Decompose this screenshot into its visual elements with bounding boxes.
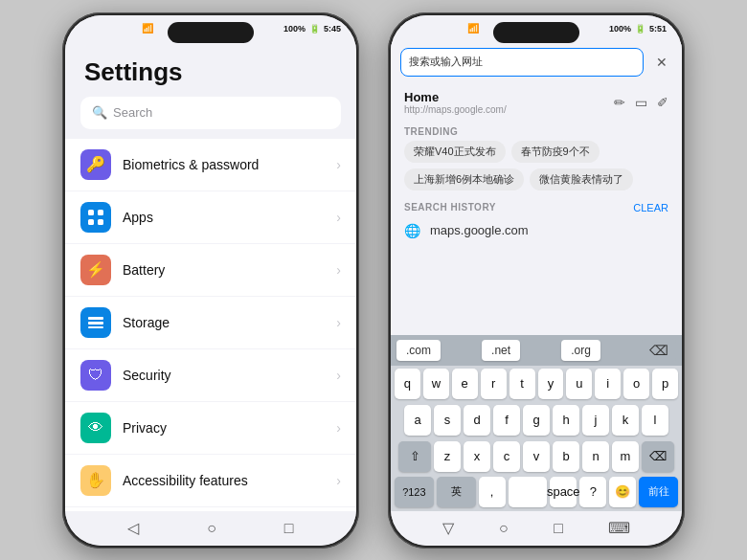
keyboard-delete-icon[interactable]: ⌫ xyxy=(642,339,676,362)
num-key[interactable]: ?123 xyxy=(395,477,434,507)
trending-chip-2[interactable]: 上海新增6例本地确诊 xyxy=(404,168,524,190)
settings-item-storage[interactable]: Storage › xyxy=(65,297,356,348)
chevron-icon: › xyxy=(336,157,341,172)
key-f[interactable]: f xyxy=(493,405,520,436)
svg-rect-3 xyxy=(98,219,103,225)
battery-label: Battery xyxy=(123,262,325,278)
settings-item-apps[interactable]: Apps › xyxy=(65,191,356,243)
home-copy-icon[interactable]: ▭ xyxy=(635,95,647,110)
shortcut-org[interactable]: .org xyxy=(561,340,600,361)
accessibility-icon: ✋ xyxy=(80,465,111,496)
svg-rect-2 xyxy=(88,219,94,225)
key-c[interactable]: c xyxy=(493,441,520,472)
key-p[interactable]: p xyxy=(652,369,678,399)
url-input[interactable]: 搜索或输入网址 xyxy=(400,48,644,77)
settings-list: 🔑 Biometrics & password › Apps › xyxy=(65,139,356,511)
notch xyxy=(168,22,254,43)
recents-button[interactable]: □ xyxy=(284,520,294,537)
apps-icon xyxy=(80,202,111,233)
clear-button[interactable]: CLEAR xyxy=(633,202,668,213)
svg-rect-0 xyxy=(88,210,94,215)
shortcut-net[interactable]: .net xyxy=(482,340,520,361)
home-button-b[interactable]: ○ xyxy=(499,520,509,537)
recents-button-b[interactable]: □ xyxy=(554,520,563,537)
emoji-key[interactable]: 😊 xyxy=(609,477,636,507)
trending-chip-1[interactable]: 春节防疫9个不 xyxy=(511,141,600,163)
svg-rect-5 xyxy=(88,322,103,325)
status-right-b: 100% 🔋 5:51 xyxy=(609,24,667,34)
back-button[interactable]: ◁ xyxy=(127,519,139,537)
privacy-label: Privacy xyxy=(123,420,325,436)
shortcut-com[interactable]: .com xyxy=(396,340,441,361)
search-placeholder: Search xyxy=(113,105,152,120)
shift-key[interactable]: ⇧ xyxy=(398,441,431,472)
key-u[interactable]: u xyxy=(566,369,592,399)
chevron-icon: › xyxy=(336,210,341,225)
trending-chip-3[interactable]: 微信黄脸表情动了 xyxy=(530,168,633,190)
key-n[interactable]: n xyxy=(582,441,609,472)
trending-chip-0[interactable]: 荣耀V40正式发布 xyxy=(404,141,506,163)
key-a[interactable]: a xyxy=(404,405,431,436)
settings-item-battery[interactable]: ⚡ Battery › xyxy=(65,244,356,296)
storage-label: Storage xyxy=(123,315,325,330)
keyboard-button-b[interactable]: ⌨ xyxy=(608,519,630,537)
question-key[interactable]: ? xyxy=(579,477,606,507)
key-e[interactable]: e xyxy=(452,369,478,399)
key-m[interactable]: m xyxy=(612,441,639,472)
trending-chips: 荣耀V40正式发布 春节防疫9个不 上海新增6例本地确诊 微信黄脸表情动了 xyxy=(391,141,682,196)
key-i[interactable]: i xyxy=(595,369,621,399)
notch-browser xyxy=(493,22,579,43)
back-button-b[interactable]: ▽ xyxy=(442,519,454,537)
settings-item-security[interactable]: 🛡 Security › xyxy=(65,349,356,401)
key-b[interactable]: b xyxy=(553,441,579,472)
browser-screen: 搜索或输入网址 ✕ Home http://maps.google.com/ ✏… xyxy=(391,42,682,511)
settings-item-privacy[interactable]: 👁 Privacy › xyxy=(65,402,356,454)
key-o[interactable]: o xyxy=(623,369,649,399)
key-j[interactable]: j xyxy=(582,405,609,436)
bottom-nav-settings: ◁ ○ □ xyxy=(65,511,356,546)
storage-icon xyxy=(80,307,111,338)
status-left: 📶 xyxy=(142,23,153,34)
key-v[interactable]: v xyxy=(523,441,550,472)
settings-item-accessibility[interactable]: ✋ Accessibility features › xyxy=(65,455,356,506)
period-key[interactable]: space xyxy=(550,477,577,507)
battery-percent: 100% xyxy=(283,24,306,34)
comma-key[interactable]: , xyxy=(479,477,506,507)
key-w[interactable]: w xyxy=(423,369,449,399)
key-l[interactable]: l xyxy=(642,405,668,436)
home-edit1-icon[interactable]: ✏ xyxy=(614,95,625,110)
home-edit2-icon[interactable]: ✐ xyxy=(657,95,668,110)
keyboard-shortcuts-row: .com .net .org ⌫ xyxy=(391,335,682,366)
key-s[interactable]: s xyxy=(434,405,461,436)
page-title: Settings xyxy=(65,42,356,97)
accessibility-label: Accessibility features xyxy=(123,473,325,488)
backspace-key[interactable]: ⌫ xyxy=(642,441,674,472)
key-r[interactable]: r xyxy=(481,369,507,399)
search-bar[interactable]: 🔍 Search xyxy=(80,97,341,129)
signal-icon: 📶 xyxy=(142,23,153,34)
url-placeholder: 搜索或输入网址 xyxy=(409,55,483,69)
home-button[interactable]: ○ xyxy=(207,520,216,537)
key-t[interactable]: t xyxy=(509,369,535,399)
key-k[interactable]: k xyxy=(612,405,639,436)
lang-key[interactable]: 英 xyxy=(437,477,476,507)
time-b: 5:51 xyxy=(649,24,667,34)
home-row: Home http://maps.google.com/ ✏ ▭ ✐ xyxy=(391,82,682,119)
keyboard-row-1: q w e r t y u i o p xyxy=(391,366,682,402)
key-q[interactable]: q xyxy=(395,369,420,399)
space-key[interactable] xyxy=(509,477,548,507)
key-z[interactable]: z xyxy=(434,441,461,472)
go-key[interactable]: 前往 xyxy=(639,477,678,507)
key-h[interactable]: h xyxy=(553,405,579,436)
bottom-nav-browser: ▽ ○ □ ⌨ xyxy=(391,511,682,546)
key-g[interactable]: g xyxy=(523,405,550,436)
key-y[interactable]: y xyxy=(538,369,564,399)
settings-item-biometrics[interactable]: 🔑 Biometrics & password › xyxy=(65,139,356,190)
key-x[interactable]: x xyxy=(464,441,490,472)
chevron-icon: › xyxy=(336,420,341,436)
battery-setting-icon: ⚡ xyxy=(80,255,111,285)
status-left-b: 📶 xyxy=(467,23,479,34)
url-close-button[interactable]: ✕ xyxy=(651,52,672,73)
key-d[interactable]: d xyxy=(464,405,490,436)
history-item-0[interactable]: 🌐 maps.google.com xyxy=(391,215,682,246)
